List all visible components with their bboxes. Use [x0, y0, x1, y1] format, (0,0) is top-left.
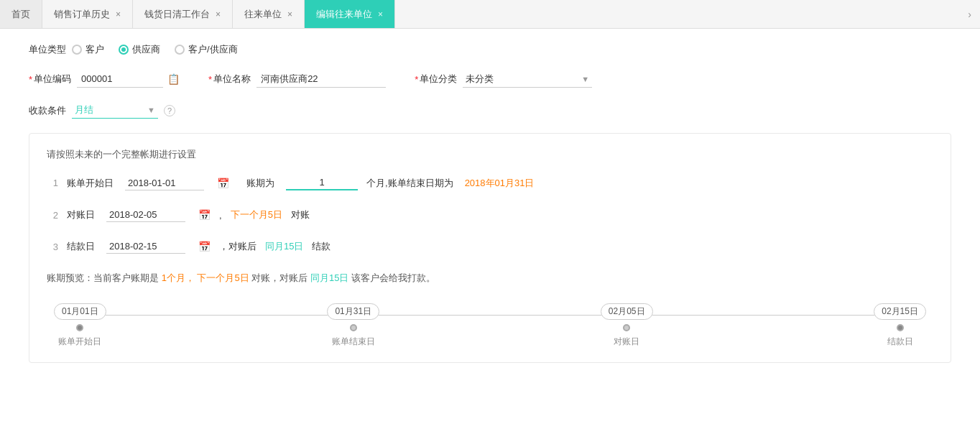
- row3-suffix1: ，对账后: [219, 240, 256, 253]
- row2-next-month: 下一个月5日: [231, 208, 282, 221]
- tab-home-label: 首页: [11, 8, 30, 21]
- card-title: 请按照未来的一个完整帐期进行设置: [47, 148, 933, 161]
- row3-same-month: 同月15日: [265, 240, 303, 253]
- row2-suffix1: ,: [219, 210, 222, 221]
- payment-label: 收款条件: [29, 104, 66, 117]
- row1-period-input[interactable]: [286, 175, 358, 190]
- row1-period-unit: 个月,账单结束日期为: [366, 177, 453, 190]
- timeline-badge-4: 02月15日: [874, 303, 926, 320]
- unit-type-label: 单位类型: [29, 43, 66, 56]
- radio-customer-label: 客户: [85, 43, 104, 56]
- timeline-sub-4: 结款日: [887, 336, 913, 348]
- timeline-dot-3: [623, 324, 630, 331]
- row1-label: 账单开始日: [67, 177, 114, 190]
- tab-sales-history[interactable]: 销售订单历史 ×: [42, 0, 133, 28]
- timeline-point-4: 02月15日 结款日: [874, 303, 926, 348]
- timeline-badge-3: 02月05日: [601, 303, 653, 320]
- preview-part4: 同月15日: [310, 272, 348, 283]
- tab-partner-label: 往来单位: [244, 8, 282, 21]
- tab-sales-label: 销售订单历史: [54, 8, 110, 21]
- row-num-3: 3: [47, 242, 58, 252]
- row1-date-input[interactable]: [125, 176, 204, 190]
- code-name-category-row: * 单位编码 📋 * 单位名称 * 单位分类 未分类 ▼: [29, 70, 951, 88]
- timeline-badge-2: 01月31日: [327, 303, 379, 320]
- timeline-dot-1: [76, 324, 83, 331]
- radio-both-label: 客户/供应商: [188, 43, 238, 56]
- tab-edit-partner-label: 编辑往来单位: [316, 8, 372, 21]
- row-num-2: 2: [47, 210, 58, 221]
- setting-row-1: 1 账单开始日 📅 账期为 个月,账单结束日期为 2018年01月31日: [47, 175, 933, 190]
- preview-part2: 下一个月5日: [197, 272, 249, 283]
- timeline-dot-4: [897, 324, 904, 331]
- row1-period-end: 2018年01月31日: [465, 177, 535, 190]
- timeline-dot-2: [350, 324, 357, 331]
- timeline-points: 01月01日 账单开始日 01月31日 账单结束日 02月05日 对账日: [54, 303, 926, 348]
- tab-partner[interactable]: 往来单位 ×: [233, 0, 305, 28]
- row1-calendar-icon[interactable]: 📅: [217, 178, 229, 189]
- name-input[interactable]: [256, 70, 386, 88]
- code-required: *: [29, 74, 32, 85]
- payment-select[interactable]: 月结 ▼: [72, 102, 158, 119]
- timeline-point-3: 02月05日 对账日: [601, 303, 653, 348]
- category-required: *: [415, 74, 418, 85]
- radio-customer-circle: [72, 45, 82, 55]
- tab-cash-label: 钱货日清工作台: [144, 8, 210, 21]
- radio-both-circle: [175, 45, 185, 55]
- unit-type-row: 单位类型 客户 供应商 客户/供应商: [29, 43, 951, 56]
- tab-cash-work[interactable]: 钱货日清工作台 ×: [133, 0, 233, 28]
- settings-card: 请按照未来的一个完整帐期进行设置 1 账单开始日 📅 账期为 个月,账单结束日期…: [29, 133, 951, 363]
- payment-row: 收款条件 月结 ▼ ?: [29, 102, 951, 119]
- code-input[interactable]: [77, 70, 163, 88]
- code-field-group: * 单位编码 📋: [29, 70, 180, 88]
- row-num-1: 1: [47, 178, 58, 188]
- row3-calendar-icon[interactable]: 📅: [198, 241, 211, 252]
- tab-cash-close[interactable]: ×: [216, 9, 221, 19]
- radio-supplier[interactable]: 供应商: [119, 43, 160, 56]
- timeline-point-2: 01月31日 账单结束日: [327, 303, 379, 348]
- row2-calendar-icon[interactable]: 📅: [198, 209, 211, 221]
- timeline-badge-1: 01月01日: [54, 303, 106, 320]
- preview-part5: 该客户会给我打款。: [351, 272, 435, 283]
- tab-edit-partner[interactable]: 编辑往来单位 ×: [305, 0, 395, 28]
- timeline-sub-2: 账单结束日: [332, 336, 375, 348]
- code-copy-icon[interactable]: 📋: [167, 73, 180, 85]
- main-content: 单位类型 客户 供应商 客户/供应商 * 单位编码 📋 * 单位名称: [0, 29, 980, 437]
- tab-partner-close[interactable]: ×: [287, 9, 292, 19]
- row2-label: 对账日: [67, 208, 95, 221]
- preview-label: 账期预览：当前客户账期是: [47, 272, 159, 283]
- row3-date-input[interactable]: [106, 239, 185, 254]
- payment-help-icon[interactable]: ?: [164, 105, 175, 116]
- name-label: 单位名称: [213, 73, 251, 86]
- payment-value: 月结: [75, 104, 143, 116]
- payment-chevron-icon: ▼: [147, 106, 155, 114]
- row1-period-label: 账期为: [246, 177, 274, 190]
- unit-type-radio-group: 客户 供应商 客户/供应商: [72, 43, 238, 56]
- setting-row-3: 3 结款日 📅 ，对账后 同月15日 结款: [47, 239, 933, 254]
- category-chevron-icon: ▼: [581, 75, 589, 83]
- preview-section: 账期预览：当前客户账期是 1个月， 下一个月5日 对账，对账后 同月15日 该客…: [47, 271, 933, 286]
- tab-edit-partner-close[interactable]: ×: [378, 9, 383, 19]
- tab-more-button[interactable]: ›: [959, 0, 980, 28]
- setting-row-2: 2 对账日 📅 , 下一个月5日 对账: [47, 208, 933, 222]
- category-label: 单位分类: [420, 73, 457, 86]
- tab-home[interactable]: 首页: [0, 0, 42, 28]
- category-select[interactable]: 未分类 ▼: [463, 71, 592, 88]
- timeline-sub-1: 账单开始日: [58, 336, 101, 348]
- category-field-group: * 单位分类 未分类 ▼: [415, 71, 592, 88]
- tab-sales-close[interactable]: ×: [116, 9, 121, 19]
- timeline-point-1: 01月01日 账单开始日: [54, 303, 106, 348]
- timeline-sub-3: 对账日: [614, 336, 639, 348]
- row2-date-input[interactable]: [106, 208, 185, 222]
- timeline-container: 01月01日 账单开始日 01月31日 账单结束日 02月05日 对账日: [47, 303, 933, 348]
- radio-customer[interactable]: 客户: [72, 43, 104, 56]
- radio-supplier-label: 供应商: [132, 43, 160, 56]
- row3-suffix2: 结款: [312, 240, 330, 253]
- preview-part3: 对账，对账后: [251, 272, 308, 283]
- radio-supplier-circle: [119, 45, 129, 55]
- preview-part1: 1个月，: [162, 272, 195, 283]
- category-value: 未分类: [466, 73, 577, 86]
- radio-both[interactable]: 客户/供应商: [175, 43, 238, 56]
- row2-suffix2: 对账: [291, 208, 310, 221]
- name-field-group: * 单位名称: [208, 70, 386, 88]
- name-required: *: [208, 74, 212, 85]
